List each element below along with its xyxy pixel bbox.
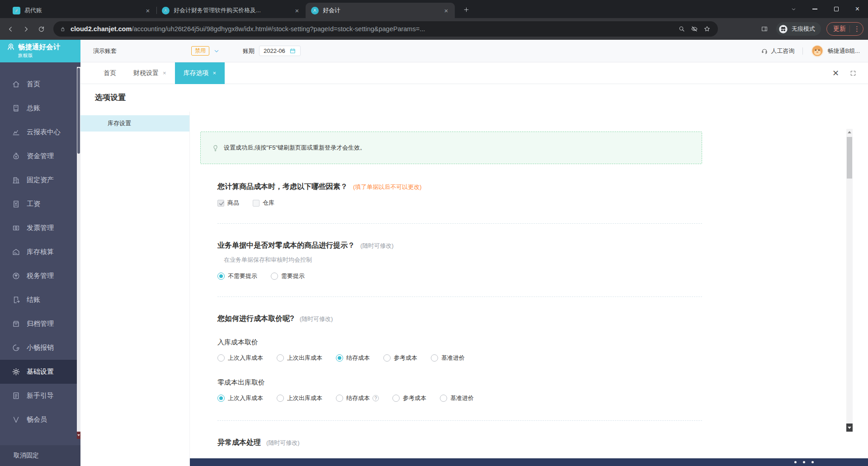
close-window-button[interactable]: × [847, 0, 868, 18]
warehouse-icon [12, 248, 20, 256]
account-dropdown-chevron-icon[interactable] [213, 47, 220, 55]
work-tab-财税设置[interactable]: 财税设置× [125, 62, 175, 84]
report-chart-icon [12, 128, 20, 137]
radio-上次出库成本[interactable]: 上次出库成本 [277, 354, 322, 362]
content-scrollbar[interactable] [846, 129, 853, 432]
work-tab-首页[interactable]: 首页 [95, 62, 125, 84]
scroll-down-icon[interactable] [846, 424, 853, 432]
scroll-up-icon[interactable] [846, 129, 853, 135]
checkbox-icon[interactable] [217, 200, 224, 207]
fullscreen-icon[interactable] [850, 70, 856, 76]
radio-上次入库成本[interactable]: 上次入库成本 [217, 354, 263, 362]
sidebar-item-资金管理[interactable]: 资金管理 [0, 144, 80, 168]
radio-基准进价[interactable]: 基准进价 [440, 394, 474, 402]
radio-icon[interactable] [431, 354, 438, 362]
sidebar-item-新手引导[interactable]: 新手引导 [0, 384, 80, 408]
sidebar-item-库存核算[interactable]: 库存核算 [0, 240, 80, 264]
radio-参考成本[interactable]: 参考成本 [392, 394, 426, 402]
sidebar-item-畅会员[interactable]: 畅会员 [0, 408, 80, 432]
new-tab-button[interactable] [459, 3, 473, 16]
radio-icon[interactable] [217, 354, 225, 362]
tab-close-icon[interactable]: × [442, 6, 450, 14]
side-panel-icon[interactable] [758, 23, 771, 35]
sidebar-item-工资[interactable]: 工资 [0, 192, 80, 216]
submenu-item-inventory-settings[interactable]: 库存设置 [80, 115, 189, 132]
avatar[interactable] [811, 45, 824, 57]
tab-search-button[interactable] [783, 0, 804, 18]
radio-不需要提示[interactable]: 不需要提示 [217, 272, 257, 280]
radio-结存成本[interactable]: 结存成本 [336, 354, 370, 362]
user-menu[interactable]: 畅捷通B组... [827, 47, 860, 55]
radio-icon[interactable] [217, 273, 225, 280]
sidebar-item-云报表中心[interactable]: 云报表中心 [0, 120, 80, 144]
browser-menu-icon[interactable]: ⋮ [854, 25, 860, 33]
work-tab-close-icon[interactable]: × [213, 70, 217, 76]
bookmark-star-icon[interactable] [701, 23, 713, 35]
sidebar-item-label: 归档管理 [27, 320, 54, 328]
sidebar-scroll-down-icon[interactable] [77, 432, 80, 439]
back-button[interactable] [3, 21, 18, 37]
radio-icon[interactable] [277, 395, 284, 402]
maximize-button[interactable] [826, 0, 847, 18]
lock-icon [60, 26, 66, 32]
radio-结存成本[interactable]: 结存成本? [336, 394, 379, 402]
reload-button[interactable] [33, 21, 49, 37]
sidebar-item-总账[interactable]: 总账 [0, 96, 80, 120]
address-bar[interactable]: cloud2.chanjet.com/accounting/uh26t264j5… [53, 21, 718, 37]
period-picker[interactable]: 2022-06 [259, 46, 301, 56]
browser-update-button[interactable]: 更新 ⋮ [826, 22, 863, 36]
radio-icon[interactable] [440, 395, 447, 402]
radio-icon[interactable] [383, 354, 391, 362]
radio-icon[interactable] [336, 354, 343, 362]
footer-dot [803, 461, 805, 463]
content-scrollbar-thumb[interactable] [847, 137, 852, 179]
radio-icon[interactable] [392, 395, 400, 402]
radio-参考成本[interactable]: 参考成本 [383, 354, 417, 362]
forward-button[interactable] [18, 21, 33, 37]
minimize-button[interactable] [804, 0, 826, 18]
help-icon[interactable]: ? [373, 395, 379, 401]
radio-icon[interactable] [217, 395, 225, 402]
radio-icon[interactable] [336, 395, 343, 402]
sidebar-scrollbar[interactable] [77, 67, 80, 439]
sidebar-item-归档管理[interactable]: 归档管理 [0, 312, 80, 336]
browser-tab[interactable]: 好会计× [306, 3, 455, 18]
radio-icon[interactable] [277, 354, 284, 362]
support-link[interactable]: 人工咨询 [771, 47, 794, 55]
browser-tab[interactable]: 好会计财务管理软件购买价格及...× [156, 3, 306, 18]
work-tab-label: 首页 [104, 69, 116, 77]
question-cost-factors: 您计算商品成本时，考虑以下哪些因素？(填了单据以后不可以更改) 商品仓库 [217, 182, 868, 207]
radio-icon[interactable] [271, 273, 278, 280]
radio-上次入库成本[interactable]: 上次入库成本 [217, 394, 263, 402]
work-tab-库存选项[interactable]: 库存选项× [175, 62, 225, 84]
tab-close-icon[interactable]: × [144, 6, 152, 14]
sidebar-item-税务管理[interactable]: 税务管理 [0, 264, 80, 288]
sidebar-item-小畅报销[interactable]: 小畅报销 [0, 336, 80, 360]
tab-close-icon[interactable]: × [293, 6, 301, 14]
checkbox-商品[interactable]: 商品 [217, 199, 239, 207]
sidebar-item-发票管理[interactable]: 发票管理 [0, 216, 80, 240]
question-zero-cost-prompt: 业务单据中是否对零成本的商品进行提示？(随时可修改) 在业务单据保存和审核时均会… [217, 241, 868, 280]
sidebar-item-固定资产[interactable]: 固定资产 [0, 168, 80, 192]
app-logo[interactable]: 畅捷通好会计 旗舰版 [0, 40, 80, 62]
radio-需要提示[interactable]: 需要提示 [271, 272, 305, 280]
checkbox-仓库[interactable]: 仓库 [253, 199, 274, 207]
sidebar-item-结账[interactable]: 结账 [0, 288, 80, 312]
checkbox-icon[interactable] [253, 200, 259, 207]
work-tab-close-icon[interactable]: × [163, 70, 166, 76]
sidebar-item-基础设置[interactable]: 基础设置 [0, 360, 80, 384]
radio-上次出库成本[interactable]: 上次出库成本 [277, 394, 322, 402]
unpin-sidebar-button[interactable]: 取消固定 [0, 445, 80, 466]
sidebar-item-首页[interactable]: 首页 [0, 72, 80, 96]
close-page-icon[interactable]: ✕ [832, 68, 839, 78]
headset-icon [761, 47, 768, 55]
zoom-search-icon[interactable] [675, 23, 688, 35]
option-label: 基准进价 [450, 394, 474, 402]
browser-tab-strip: 易代账×好会计财务管理软件购买价格及...×好会计× × [0, 0, 868, 18]
brand-edition: 旗舰版 [18, 52, 77, 59]
tab-title: 好会计财务管理软件购买价格及... [174, 6, 289, 14]
sidebar-scrollbar-thumb[interactable] [77, 68, 80, 154]
tracking-protection-eye-icon[interactable] [688, 23, 701, 35]
browser-tab[interactable]: 易代账× [7, 3, 156, 18]
radio-基准进价[interactable]: 基准进价 [431, 354, 465, 362]
